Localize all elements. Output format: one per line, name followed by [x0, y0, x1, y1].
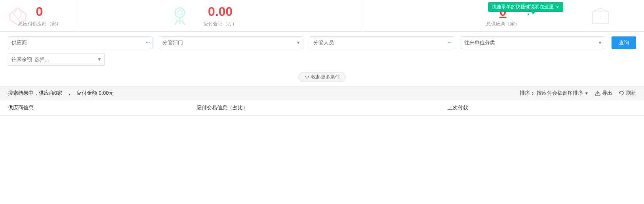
export-label: 导出 [602, 90, 612, 97]
collapse-button[interactable]: ∧∧ 收起更多条件 [298, 72, 346, 82]
svg-line-11 [600, 8, 608, 12]
results-summary: 搜索结果中，供应商0家 [8, 90, 62, 96]
balance-input[interactable] [34, 57, 101, 63]
total-payable-suppliers-number: 0 [36, 4, 43, 19]
supplier-filter[interactable]: 供应商 ··· [8, 36, 152, 49]
diamond-icon [8, 6, 28, 26]
refresh-label: 刷新 [626, 90, 636, 97]
results-actions: 排序： 按应付会额倒序排序 ▼ 导出 刷新 [520, 90, 636, 97]
filter-bar: 供应商 ··· 分管部门 ▼ 分管人员 ··· 往来单位分类 ▼ 查询 往来余额 [0, 32, 644, 86]
balance-arrow: ▼ [97, 57, 102, 62]
svg-marker-0 [10, 8, 26, 25]
results-bar: 搜索结果中，供应商0家 ， 应付金额 0.00元 排序： 按应付会额倒序排序 ▼… [0, 86, 644, 100]
department-label: 分管部门 [162, 39, 183, 46]
total-suppliers-label: 总供应商（家） [486, 21, 520, 27]
stat-total-suppliers-area: 快速录单的快捷键说明在这里 × 0 总供应商（家） [362, 0, 644, 31]
table-header: 供应商信息 应付交易信息（占比） 上次付款 [0, 100, 644, 116]
sort-arrow-icon: ▼ [585, 91, 589, 95]
sort-selector[interactable]: 排序： 按应付会额倒序排序 ▼ [520, 90, 589, 97]
unit-category-filter[interactable]: 往来单位分类 ▼ [461, 36, 605, 49]
collapse-up-icon: ∧∧ [304, 75, 310, 79]
sort-option: 按应付会额倒序排序 [537, 90, 583, 97]
table-col-last-payment: 上次付款 [448, 104, 636, 111]
department-input[interactable] [185, 40, 300, 46]
table-col-supplier-info: 供应商信息 [8, 104, 196, 111]
manager-label: 分管人员 [313, 39, 334, 46]
collapse-label: 收起更多条件 [311, 74, 340, 80]
department-arrow: ▼ [296, 40, 301, 46]
stat-total-payable-suppliers: 0 总应付供应商（家） [0, 0, 79, 31]
results-info: 搜索结果中，供应商0家 ， 应付金额 0.00元 [8, 90, 114, 97]
tooltip-text: 快速录单的快捷键说明在这里 [492, 4, 554, 10]
tooltip-bubble: 快速录单的快捷键说明在这里 × [488, 2, 563, 12]
manager-more-dots[interactable]: ··· [448, 39, 452, 46]
filter-row-1: 供应商 ··· 分管部门 ▼ 分管人员 ··· 往来单位分类 ▼ 查询 [8, 36, 636, 49]
svg-point-3 [177, 10, 182, 15]
export-icon [595, 90, 600, 96]
svg-line-8 [183, 21, 185, 25]
cookie-icon [169, 5, 191, 27]
supplier-more-dots[interactable]: ··· [146, 39, 150, 46]
svg-line-7 [175, 21, 177, 25]
balance-filter[interactable]: 往来余额 ▼ [8, 53, 105, 66]
svg-line-10 [593, 8, 600, 12]
table-col-payable-info: 应付交易信息（占比） [196, 104, 448, 111]
balance-label: 往来余额 [11, 56, 32, 63]
svg-point-2 [175, 8, 185, 17]
refresh-icon [619, 90, 624, 96]
manager-input[interactable] [336, 40, 451, 46]
sort-label: 排序： [520, 90, 535, 97]
manager-filter[interactable]: 分管人员 ··· [310, 36, 454, 49]
box-icon [589, 6, 612, 26]
supplier-input[interactable] [29, 40, 149, 46]
collapse-row: ∧∧ 收起更多条件 [8, 70, 636, 86]
department-filter[interactable]: 分管部门 ▼ [159, 36, 303, 49]
payable-total-label: 应付合计（万） [204, 21, 237, 27]
tooltip-dot [527, 13, 530, 16]
results-separator: ， [67, 90, 72, 96]
stat-payable-total: 0.00 应付合计（万） [79, 0, 362, 31]
payable-total-number: 0.00 [208, 4, 232, 19]
unit-category-input[interactable] [497, 40, 602, 46]
unit-category-label: 往来单位分类 [464, 39, 495, 46]
table-body [0, 116, 644, 195]
unit-category-arrow: ▼ [598, 40, 602, 46]
filter-row-2: 往来余额 ▼ [8, 53, 636, 66]
tooltip-close-button[interactable]: × [556, 4, 559, 10]
query-button[interactable]: 查询 [612, 36, 636, 49]
results-amount: 应付金额 0.00元 [76, 90, 114, 96]
svg-rect-14 [595, 94, 600, 95]
refresh-button[interactable]: 刷新 [619, 90, 636, 97]
supplier-label: 供应商 [11, 39, 27, 46]
export-button[interactable]: 导出 [595, 90, 612, 97]
stats-bar: 0 总应付供应商（家） 0.00 应付合计（万） 快速录单的快捷键说明在这里 × [0, 0, 644, 32]
